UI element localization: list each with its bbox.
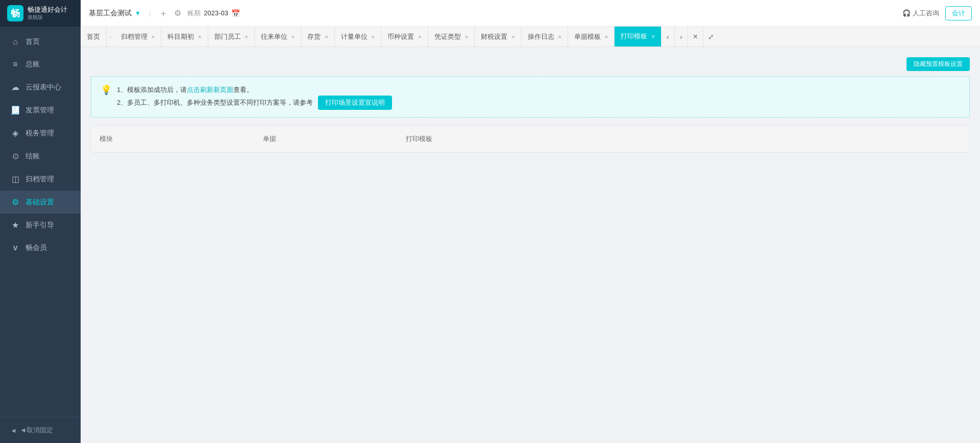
sidebar-item-member[interactable]: V 畅会员 [0,237,81,259]
service-button[interactable]: 🎧 人工咨询 [902,9,939,18]
tab-print-close[interactable]: × [651,33,654,39]
invoice-icon: 🧾 [10,105,20,115]
info-line-1: 1、模板添加成功后，请点击刷新新页面查看。 [117,84,960,96]
sidebar-item-home[interactable]: ⌂ 首页 [0,31,81,53]
tab-currency[interactable]: 币种设置 × [381,27,428,47]
add-company-icon[interactable]: ＋ [159,7,168,19]
unpin-label: ◄取消固定 [20,426,53,435]
hide-template-button[interactable]: 隐藏预置模板设置 [906,57,970,71]
logo-area: 畅 畅捷通好会计 旗舰版 [0,0,81,27]
tab-subject-close[interactable]: × [198,34,201,40]
sidebar-label-member: 畅会员 [26,243,47,252]
sidebar-label-tax: 税务管理 [26,129,54,138]
tab-single[interactable]: 单据模板 × [568,27,615,47]
tab-partner[interactable]: 往来单位 × [255,27,301,47]
service-label: 人工咨询 [913,9,939,18]
company-dropdown-icon: ▼ [135,10,141,17]
tab-currency-label: 币种设置 [387,32,414,41]
settings-icon: ⚙ [10,197,20,207]
tab-next-btn[interactable]: › [675,27,688,47]
sidebar-label-settings: 基础设置 [26,198,54,207]
tab-close-all-btn[interactable]: × [688,27,703,47]
col-header-template: 打印模板 [398,131,969,147]
logo-name: 畅捷通好会计 [28,6,67,14]
topbar-gear-icon[interactable]: ⚙ [174,8,181,18]
tab-subject-label: 科目期初 [167,32,194,41]
ledger-icon: ≡ [10,60,20,69]
topbar: 基层工会测试 ▼ | ＋ ⚙ 账期 2023-03 📅 🎧 人工咨询 会计 [81,0,980,27]
tab-unit-close[interactable]: × [372,34,375,40]
col-header-module: 模块 [91,131,255,147]
tab-unit-label: 计量单位 [341,32,368,41]
sidebar-item-ledger[interactable]: ≡ 总账 [0,53,81,76]
tab-print[interactable]: 打印模板 × [615,27,661,47]
sidebar-item-archive[interactable]: ◫ 归档管理 [0,168,81,191]
tab-tax-set[interactable]: 财税设置 × [475,27,521,47]
tab-archive[interactable]: 归档管理 × [115,27,161,47]
col-header-slip: 单据 [255,131,398,147]
sidebar-item-reports[interactable]: ☁ 云报表中心 [0,76,81,99]
sidebar-label-close: 结账 [26,152,40,161]
info-banner: 💡 1、模板添加成功后，请点击刷新新页面查看。 2、多员工、多打印机、多种业务类… [91,76,970,118]
print-template-table: 模块 单据 打印模板 [91,126,970,153]
tab-currency-close[interactable]: × [418,34,421,40]
tabbar: 首页 ‹ 归档管理 × 科目期初 × 部门员工 × 往来单位 × 存货 × 计量… [81,27,980,47]
tab-oplog[interactable]: 操作日志 × [522,27,568,47]
tab-unit[interactable]: 计量单位 × [335,27,381,47]
sidebar-item-invoice[interactable]: 🧾 发票管理 [0,99,81,122]
tab-department-close[interactable]: × [245,34,248,40]
sidebar-item-guide[interactable]: ★ 新手引导 [0,214,81,237]
sidebar-item-close[interactable]: ⊙ 结账 [0,145,81,168]
accountant-button[interactable]: 会计 [945,6,972,20]
company-selector[interactable]: 基层工会测试 ▼ [89,9,141,18]
refresh-link[interactable]: 点击刷新新页面 [187,86,233,94]
sidebar-label-reports: 云报表中心 [26,83,61,92]
company-name: 基层工会测试 [89,9,132,18]
tab-voucher-close[interactable]: × [465,34,468,40]
sidebar-label-guide: 新手引导 [26,221,54,230]
tab-home[interactable]: 首页 [81,27,107,47]
info-text: 1、模板添加成功后，请点击刷新新页面查看。 2、多员工、多打印机、多种业务类型设… [117,84,960,110]
tab-tax-set-close[interactable]: × [511,34,514,40]
tab-inventory-close[interactable]: × [325,34,328,40]
cloud-icon: ☁ [10,82,20,92]
accountant-label: 会计 [952,9,965,17]
sidebar-item-tax[interactable]: ◈ 税务管理 [0,122,81,145]
top-btn-row: 隐藏预置模板设置 [91,57,970,71]
tab-archive-label: 归档管理 [121,32,148,41]
tab-inventory[interactable]: 存货 × [301,27,334,47]
info-line1-post: 查看。 [233,86,253,94]
tab-department-label: 部门员工 [214,32,241,41]
topbar-divider-1: | [149,9,151,17]
tab-tax-set-label: 财税设置 [481,32,507,41]
sidebar-item-settings[interactable]: ⚙ 基础设置 [0,191,81,214]
tab-prev-btn[interactable]: ‹ [662,27,675,47]
tab-expand-btn[interactable]: ⤢ [703,27,719,47]
period-selector[interactable]: 账期 2023-03 📅 [187,9,240,18]
tab-voucher-label: 凭证类型 [434,32,461,41]
tab-single-label: 单据模板 [574,32,601,41]
home-icon: ⌂ [10,37,20,46]
info-line-2: 2、多员工、多打印机、多种业务类型设置不同打印方案等，请参考 打印场景设置宣说明 [117,96,960,110]
sidebar-unpin[interactable]: ◄ ◄取消固定 [0,417,81,443]
sidebar-label-invoice: 发票管理 [26,106,54,115]
tab-oplog-label: 操作日志 [528,32,554,41]
tab-department[interactable]: 部门员工 × [208,27,255,47]
tab-archive-close[interactable]: × [152,34,155,40]
headset-icon: 🎧 [902,9,911,17]
tab-inventory-label: 存货 [307,32,321,41]
tab-separator: ‹ [109,34,113,40]
tab-subject[interactable]: 科目期初 × [161,27,208,47]
sidebar: 畅 畅捷通好会计 旗舰版 ⌂ 首页 ≡ 总账 ☁ 云报表中心 🧾 发票管理 ◈ … [0,0,81,443]
print-scene-btn[interactable]: 打印场景设置宣说明 [318,96,392,110]
info-line1-pre: 1、模板添加成功后，请 [117,86,187,94]
guide-icon: ★ [10,220,20,230]
period-value: 2023-03 [204,9,228,17]
sidebar-nav: ⌂ 首页 ≡ 总账 ☁ 云报表中心 🧾 发票管理 ◈ 税务管理 ⊙ 结账 ◫ 归… [0,27,81,417]
logo-sub: 旗舰版 [28,14,67,21]
tab-voucher[interactable]: 凭证类型 × [428,27,475,47]
tab-single-close[interactable]: × [605,34,608,40]
sidebar-label-home: 首页 [26,37,40,46]
tab-oplog-close[interactable]: × [558,34,561,40]
tab-partner-close[interactable]: × [291,34,295,40]
